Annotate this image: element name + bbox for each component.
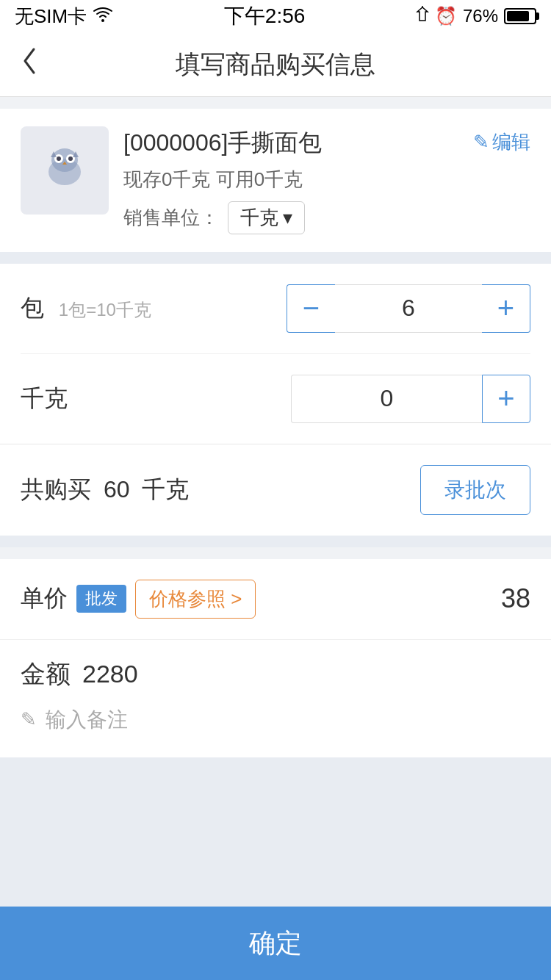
price-label: 单价 — [21, 583, 68, 615]
amount-section: 金额 2280 ✎ 输入备注 — [0, 639, 551, 757]
back-button[interactable] — [21, 46, 38, 82]
price-value: 38 — [501, 583, 530, 614]
total-row: 共购买 60 千克 录批次 — [0, 444, 551, 536]
price-ref-button[interactable]: 价格参照 > — [135, 580, 256, 619]
page-title: 填写商品购买信息 — [176, 48, 375, 82]
quantity-input-bao[interactable] — [335, 284, 482, 333]
quantity-section: 包 1包=10千克 − + 千克 + — [0, 264, 551, 444]
quantity-row-bao: 包 1包=10千克 − + — [21, 264, 530, 354]
section-divider-1 — [0, 252, 551, 264]
nav-bar: 填写商品购买信息 — [0, 32, 551, 97]
edit-label: 编辑 — [492, 129, 530, 155]
amount-label: 金额 — [21, 657, 71, 691]
section-divider-2 — [0, 536, 551, 547]
hint-bao: 1包=10千克 — [59, 300, 151, 320]
quantity-input-kg[interactable] — [291, 375, 482, 423]
status-time: 下午2:56 — [224, 2, 306, 30]
remark-label: 输入备注 — [46, 706, 128, 734]
total-unit: 千克 — [142, 476, 189, 502]
remark-row[interactable]: ✎ 输入备注 — [21, 706, 530, 734]
quantity-label-bao: 包 1包=10千克 — [21, 292, 151, 325]
quantity-row-kg: 千克 + — [21, 354, 530, 444]
product-name: [0000006]手撕面包 — [123, 126, 530, 159]
alarm-icon: ⏰ — [435, 6, 457, 26]
batch-button[interactable]: 录批次 — [420, 465, 530, 515]
total-amount: 60 — [104, 476, 130, 502]
edit-button[interactable]: ✎ 编辑 — [473, 129, 530, 155]
battery-icon — [504, 8, 536, 24]
increase-bao-button[interactable]: + — [482, 284, 530, 333]
total-label: 共购买 — [21, 476, 91, 502]
wifi-signal-icon — [93, 5, 113, 28]
status-right: ⏰ 76% — [416, 6, 536, 26]
location-icon — [416, 6, 429, 26]
product-info: [0000006]手撕面包 现存0千克 可用0千克 销售单位： 千克 ▾ — [123, 126, 530, 234]
svg-point-5 — [57, 156, 61, 161]
quantity-controls-bao: − + — [287, 284, 530, 333]
amount-value: 2280 — [82, 660, 138, 688]
total-text: 共购买 60 千克 — [21, 474, 189, 506]
status-left: 无SIM卡 — [15, 4, 113, 29]
unit-select[interactable]: 千克 ▾ — [228, 201, 305, 234]
amount-row: 金额 2280 — [21, 657, 530, 691]
pencil-icon: ✎ — [21, 708, 37, 731]
price-section: 单价 批发 价格参照 > 38 — [0, 559, 551, 639]
confirm-bar[interactable]: 确定 — [0, 907, 551, 980]
battery-percent: 76% — [463, 6, 498, 26]
product-image — [21, 126, 109, 215]
carrier-text: 无SIM卡 — [15, 4, 87, 29]
product-stock: 现存0千克 可用0千克 — [123, 167, 530, 192]
status-bar: 无SIM卡 下午2:56 ⏰ 76% — [0, 0, 551, 32]
svg-point-0 — [101, 19, 104, 22]
price-label-group: 单价 批发 价格参照 > — [21, 580, 256, 619]
label-bao: 包 — [21, 295, 44, 321]
chevron-down-icon: ▾ — [283, 206, 292, 229]
product-logo-icon — [39, 144, 90, 197]
unit-label: 销售单位： — [123, 205, 219, 231]
unit-value: 千克 — [240, 205, 278, 231]
edit-icon: ✎ — [473, 131, 489, 154]
price-badge: 批发 — [76, 585, 126, 613]
quantity-label-kg: 千克 — [21, 383, 68, 415]
decrease-bao-button[interactable]: − — [287, 284, 335, 333]
quantity-controls-kg: + — [291, 375, 530, 423]
price-row: 单价 批发 价格参照 > 38 — [21, 580, 530, 619]
svg-point-6 — [68, 156, 73, 161]
product-unit-row: 销售单位： 千克 ▾ — [123, 201, 530, 234]
increase-kg-button[interactable]: + — [482, 375, 530, 423]
product-card: [0000006]手撕面包 现存0千克 可用0千克 销售单位： 千克 ▾ ✎ 编… — [0, 109, 551, 252]
confirm-button[interactable]: 确定 — [249, 926, 302, 962]
